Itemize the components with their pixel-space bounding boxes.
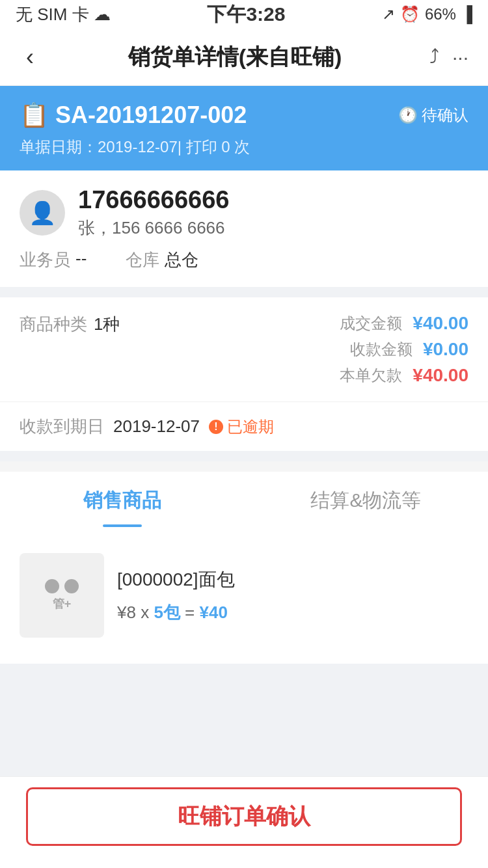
- deal-amount-label: 成交金额: [340, 313, 402, 334]
- sim-status: 无 SIM 卡 ☁: [16, 3, 111, 26]
- more-icon[interactable]: ···: [452, 46, 468, 68]
- order-number: 📋 SA-20191207-002: [20, 102, 247, 129]
- stats-left: 商品种类 1种: [20, 313, 244, 336]
- due-amount-label: 本单欠款: [340, 365, 402, 386]
- stats-section: 商品种类 1种 成交金额 ¥40.00 收款金额 ¥0.00 本单欠款 ¥40.…: [0, 297, 488, 401]
- received-amount-label: 收款金额: [350, 339, 413, 360]
- clock-icon: 🕐: [398, 106, 418, 124]
- bottom-bar: 旺铺订单确认: [0, 776, 488, 868]
- owl-eye-right: [64, 579, 79, 593]
- customer-meta: 业务员 -- 仓库 总仓: [20, 249, 468, 271]
- due-date-section: 收款到期日 2019-12-07 ! 已逾期: [0, 401, 488, 451]
- divider-2: [0, 451, 488, 461]
- price-formula-text: ¥8 x 5包 = ¥40: [117, 603, 228, 622]
- status-right: ↗ ⏰ 66% ▐: [382, 5, 472, 23]
- order-header-top: 📋 SA-20191207-002 🕐 待确认: [20, 102, 468, 129]
- product-item: 管+ [0000002]面包 ¥8 x 5包 = ¥40: [20, 540, 468, 651]
- battery-icon: ▐: [461, 5, 472, 23]
- status-left: 无 SIM 卡 ☁: [16, 3, 111, 26]
- stats-right: 成交金额 ¥40.00 收款金额 ¥0.00 本单欠款 ¥40.00: [244, 313, 468, 386]
- due-date-value: 2019-12-07: [113, 416, 200, 437]
- status-time: 下午3:28: [207, 1, 285, 28]
- avatar-icon: 👤: [29, 200, 56, 226]
- product-logo: 管+: [45, 579, 79, 612]
- owl-eyes: [45, 579, 79, 593]
- overdue-text: 已逾期: [227, 416, 274, 437]
- product-info: [0000002]面包 ¥8 x 5包 = ¥40: [117, 567, 468, 624]
- confirm-order-button[interactable]: 旺铺订单确认: [26, 787, 462, 846]
- bottom-spacer: [0, 664, 488, 794]
- owl-text: 管+: [53, 596, 72, 612]
- received-amount-row: 收款金额 ¥0.00: [350, 339, 468, 360]
- avatar: 👤: [20, 190, 65, 236]
- order-date: 单据日期：2019-12-07| 打印 0 次: [20, 137, 468, 157]
- page-title: 销货单详情(来自旺铺): [128, 42, 342, 72]
- product-name: [0000002]面包: [117, 567, 468, 592]
- products-section: 管+ [0000002]面包 ¥8 x 5包 = ¥40: [0, 527, 488, 664]
- customer-phone: 17666666666: [78, 186, 229, 214]
- order-status: 🕐 待确认: [398, 105, 468, 126]
- tabs: 销售商品 结算&物流等: [0, 472, 488, 527]
- sales-value: --: [75, 249, 87, 271]
- product-kind-value: 1种: [94, 313, 120, 336]
- warehouse-value: 总仓: [165, 249, 198, 271]
- back-button[interactable]: ‹: [20, 37, 40, 77]
- overdue-badge: ! 已逾期: [209, 416, 274, 437]
- due-date-label: 收款到期日: [20, 415, 104, 438]
- nav-right-icons: ⤴ ···: [429, 46, 468, 68]
- product-price: ¥8 x 5包 = ¥40: [117, 601, 468, 624]
- customer-section: 👤 17666666666 张，156 6666 6666 业务员 -- 仓库 …: [0, 170, 488, 287]
- warehouse-label: 仓库: [126, 249, 159, 271]
- deal-amount-row: 成交金额 ¥40.00: [340, 313, 468, 334]
- status-bar: 无 SIM 卡 ☁ 下午3:28 ↗ ⏰ 66% ▐: [0, 0, 488, 29]
- due-amount-value: ¥40.00: [413, 365, 468, 386]
- divider-1: [0, 287, 488, 297]
- order-icon: 📋: [20, 102, 49, 129]
- received-amount-value: ¥0.00: [423, 339, 468, 360]
- sales-label: 业务员: [20, 249, 70, 271]
- deal-amount-value: ¥40.00: [413, 313, 468, 334]
- location-icon: ↗: [382, 5, 395, 23]
- sales-item: 业务员 --: [20, 249, 87, 271]
- tab-settlement[interactable]: 结算&物流等: [244, 472, 488, 527]
- customer-name: 张，156 6666 6666: [78, 217, 229, 239]
- product-kind-label: 商品种类: [20, 313, 87, 336]
- tab-products[interactable]: 销售商品: [0, 472, 244, 527]
- alarm-icon: ⏰: [400, 5, 420, 23]
- order-header-banner: 📋 SA-20191207-002 🕐 待确认 单据日期：2019-12-07|…: [0, 86, 488, 170]
- product-image: 管+: [20, 553, 104, 638]
- customer-row: 👤 17666666666 张，156 6666 6666: [20, 186, 468, 239]
- warehouse-item: 仓库 总仓: [126, 249, 198, 271]
- share-icon[interactable]: ⤴: [429, 46, 439, 68]
- overdue-icon: !: [209, 420, 223, 434]
- battery-status: 66%: [425, 5, 456, 23]
- due-amount-row: 本单欠款 ¥40.00: [340, 365, 468, 386]
- owl-eye-left: [45, 579, 59, 593]
- customer-info: 17666666666 张，156 6666 6666: [78, 186, 229, 239]
- nav-bar: ‹ 销货单详情(来自旺铺) ⤴ ···: [0, 29, 488, 86]
